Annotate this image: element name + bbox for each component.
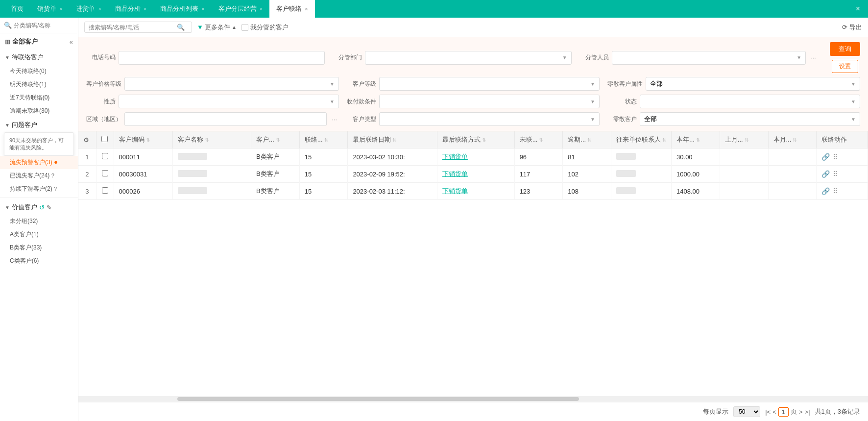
sidebar-header: ⊞ 全部客户 « bbox=[0, 33, 78, 50]
sidebar-group-problem[interactable]: ▼ 问题客户 bbox=[0, 118, 78, 132]
nav-tab-analysis-list[interactable]: 商品分析列表 × bbox=[153, 0, 211, 18]
this-year-amount: 1408.00 bbox=[672, 183, 720, 200]
customer-code: 00030031 bbox=[114, 166, 172, 183]
filter-field-retail: 零散客户 全部 ▼ bbox=[607, 112, 860, 126]
menu-icon[interactable]: ⠿ bbox=[833, 187, 838, 195]
sidebar-item-tomorrow[interactable]: 明天待联络(1) bbox=[0, 78, 78, 91]
page-size-select[interactable]: 50 20 100 bbox=[733, 406, 760, 417]
th-settings[interactable]: ⚙ bbox=[78, 131, 96, 149]
filter-select-status[interactable]: ▼ bbox=[640, 95, 860, 108]
table-row: 1 000011 B类客户 15 2023-03-02 10:30: 下销货单 … bbox=[78, 149, 868, 166]
close-icon[interactable]: × bbox=[201, 6, 204, 12]
search-submit-icon[interactable]: 🔍 bbox=[177, 24, 185, 31]
filter-select-retail-attr[interactable]: 全部 ▼ bbox=[646, 77, 860, 91]
first-page-button[interactable]: |< bbox=[765, 408, 771, 416]
overdue-days: 102 bbox=[563, 166, 611, 183]
nav-tab-customer-tier[interactable]: 客户分层经营 × bbox=[212, 0, 269, 18]
sidebar-group-pending[interactable]: ▼ 待联络客户 bbox=[0, 50, 78, 65]
filter-row-3: 性质 ▼ 收付款条件 ▼ 状态 bbox=[86, 95, 860, 108]
more-conditions-button[interactable]: ▼ 更多条件 ▲ bbox=[197, 23, 237, 32]
sidebar-item-overdue-contact[interactable]: 逾期未联络(30) bbox=[0, 104, 78, 118]
sidebar-item-ungrouped[interactable]: 未分组(32) bbox=[0, 215, 78, 228]
search-input[interactable] bbox=[89, 24, 177, 31]
global-close-button[interactable]: × bbox=[852, 4, 864, 13]
sidebar-search-input[interactable] bbox=[14, 22, 74, 29]
sidebar-item-7days[interactable]: 近7天待联络(0) bbox=[0, 91, 78, 104]
sidebar-group-value[interactable]: ▼ 价值客户 ↺ ✎ bbox=[0, 200, 78, 215]
filter-select-customer-type[interactable]: ▼ bbox=[379, 112, 600, 126]
menu-icon[interactable]: ⠿ bbox=[833, 153, 838, 161]
close-icon[interactable]: × bbox=[305, 6, 308, 12]
chevron-down-icon: ▼ bbox=[851, 117, 856, 122]
link-icon[interactable]: 🔗 bbox=[821, 187, 830, 195]
customer-type: B类客户 bbox=[251, 149, 299, 166]
filter-label-customer-type: 客户类型 bbox=[347, 115, 376, 124]
row-check bbox=[96, 166, 114, 183]
filter-select-nature[interactable]: ▼ bbox=[119, 95, 339, 108]
filter-select-region[interactable] bbox=[124, 112, 327, 126]
arrow-down-icon: ▼ bbox=[5, 205, 10, 210]
scrollbar-thumb[interactable] bbox=[177, 397, 579, 401]
edit-icon[interactable]: ✎ bbox=[47, 204, 52, 211]
filter-label-manager: 分管人员 bbox=[579, 53, 609, 62]
last-contact-date: 2023-02-03 11:12: bbox=[348, 183, 437, 200]
sort-icon: ⇅ bbox=[146, 137, 150, 143]
refresh-icon[interactable]: ↺ bbox=[39, 204, 45, 211]
query-button[interactable]: 查询 bbox=[830, 42, 860, 56]
sidebar-item-today[interactable]: 今天待联络(0) bbox=[0, 65, 78, 78]
last-month-amount bbox=[720, 183, 768, 200]
close-icon[interactable]: × bbox=[260, 6, 263, 12]
menu-icon[interactable]: ⠿ bbox=[833, 170, 838, 178]
contact-count: 15 bbox=[299, 149, 348, 166]
my-customers-checkbox[interactable]: 我分管的客户 bbox=[241, 23, 289, 32]
row-checkbox[interactable] bbox=[102, 170, 108, 176]
collapse-icon[interactable]: « bbox=[70, 38, 73, 46]
th-last-month: 上月...⇅ bbox=[720, 131, 768, 149]
sidebar-item-class-c[interactable]: C类客户(6) bbox=[0, 254, 78, 268]
nav-tab-home[interactable]: 首页 bbox=[4, 0, 30, 18]
sort-icon: ⇅ bbox=[205, 137, 209, 143]
sidebar-item-declining[interactable]: 持续下滑客户(2) ? bbox=[0, 182, 78, 196]
sidebar-item-churn-warning[interactable]: 流失预警客户(3) ● bbox=[0, 156, 78, 169]
filter-select-manager[interactable]: ▼ bbox=[612, 51, 806, 65]
more-options-icon[interactable]: ··· bbox=[809, 54, 818, 61]
export-button[interactable]: ⟳ 导出 bbox=[842, 23, 862, 32]
row-checkbox[interactable] bbox=[102, 187, 108, 194]
nav-tab-customer-contact[interactable]: 客户联络 × bbox=[269, 0, 314, 18]
close-icon[interactable]: × bbox=[144, 6, 146, 12]
filter-input-phone[interactable] bbox=[119, 51, 325, 65]
sidebar-item-churned[interactable]: 已流失客户(24) ? bbox=[0, 169, 78, 182]
next-page-button[interactable]: > bbox=[799, 408, 803, 416]
link-icon[interactable]: 🔗 bbox=[821, 170, 830, 178]
table-row: 3 000026 B类客户 15 2023-02-03 11:12: 下销货单 … bbox=[78, 183, 868, 200]
customer-name bbox=[172, 166, 251, 183]
row-checkbox[interactable] bbox=[102, 153, 108, 159]
current-page[interactable]: 1 bbox=[778, 407, 789, 417]
horizontal-scrollbar[interactable] bbox=[78, 396, 868, 402]
nav-tab-purchase[interactable]: 进货单 × bbox=[69, 0, 108, 18]
filter-select-payment[interactable]: ▼ bbox=[379, 95, 600, 108]
select-all-checkbox[interactable] bbox=[101, 136, 108, 142]
sort-icon: ⇅ bbox=[662, 137, 666, 143]
filter-select-price-level[interactable]: ▼ bbox=[124, 77, 339, 91]
nav-tab-sales[interactable]: 销货单 × bbox=[30, 0, 69, 18]
uncontacted-days: 117 bbox=[514, 166, 563, 183]
sidebar-item-class-b[interactable]: B类客户(33) bbox=[0, 241, 78, 254]
page-separator: 页 bbox=[791, 407, 797, 416]
nav-tab-analysis[interactable]: 商品分析 × bbox=[108, 0, 153, 18]
filter-select-retail[interactable]: 全部 ▼ bbox=[640, 112, 860, 126]
close-icon[interactable]: × bbox=[98, 6, 101, 12]
more-options-icon[interactable]: ··· bbox=[330, 116, 339, 123]
th-action: 联络动作 bbox=[817, 131, 868, 149]
settings-button[interactable]: 设置 bbox=[832, 60, 858, 73]
filter-select-dept[interactable]: ▼ bbox=[365, 51, 571, 65]
link-icon[interactable]: 🔗 bbox=[821, 153, 830, 161]
sidebar-item-class-a[interactable]: A类客户(1) bbox=[0, 228, 78, 241]
sort-icon: ⇅ bbox=[392, 137, 396, 143]
last-page-button[interactable]: >| bbox=[805, 408, 810, 416]
prev-page-button[interactable]: < bbox=[772, 408, 776, 416]
settings-icon[interactable]: ⚙ bbox=[83, 136, 89, 144]
close-icon[interactable]: × bbox=[59, 6, 62, 12]
filter-select-customer-level[interactable]: ▼ bbox=[379, 77, 600, 91]
last-month-amount bbox=[720, 166, 768, 183]
